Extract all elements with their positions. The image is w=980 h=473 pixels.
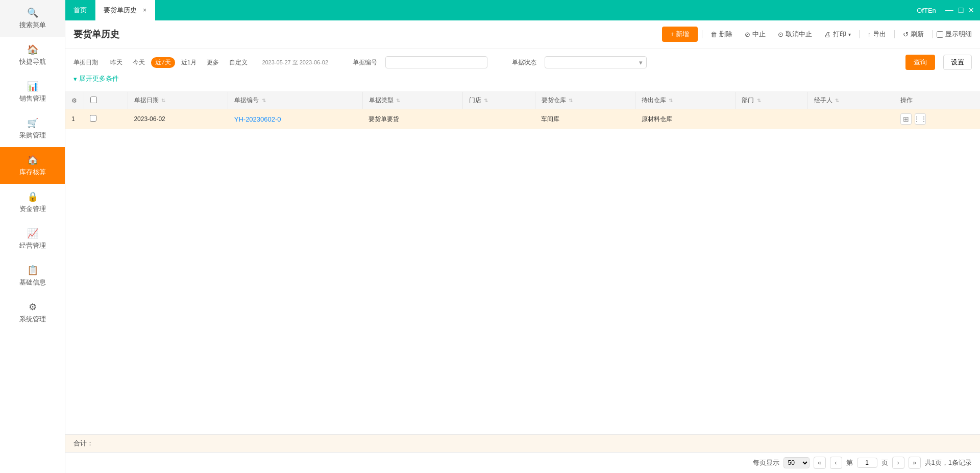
expand-conditions-btn[interactable]: ▾ 展开更多条件 (74, 74, 119, 83)
cell-number: YH-20230602-0 (228, 109, 362, 129)
sidebar: 🔍搜索菜单🏠快捷导航📊销售管理🛒采购管理🏠库存核算🔒资金管理📈经营管理📋基础信息… (0, 0, 65, 473)
sort-date-icon[interactable]: ⇅ (161, 98, 165, 103)
bill-status-select[interactable] (545, 56, 647, 68)
tab-close-requisition-history[interactable]: × (143, 7, 146, 14)
next-page-btn[interactable]: › (892, 457, 904, 469)
th-date: 单据日期 ⇅ (128, 92, 228, 109)
sort-store-icon[interactable]: ⇅ (484, 98, 488, 103)
content-area: 要货单历史 + 新增 🗑 删除 ⊘ 中止 ⊙ 取消中止 🖨 打 (65, 20, 980, 473)
sort-req-wh-icon[interactable]: ⇅ (569, 98, 573, 103)
cell-handler (808, 109, 894, 129)
more-date-btn[interactable]: 更多 (203, 57, 223, 68)
sort-handler-icon[interactable]: ⇅ (835, 98, 839, 103)
sales-icon: 📊 (27, 81, 38, 92)
sidebar-item-finance[interactable]: 🔒资金管理 (0, 184, 65, 221)
date-range-display: 2023-05-27 至 2023-06-02 (262, 59, 328, 66)
main-area: 首页要货单历史× OfTEn — □ × 要货单历史 + 新增 🗑 删除 ⊘ 中… (65, 0, 980, 473)
sidebar-label: 搜索菜单 (19, 20, 46, 30)
sort-type-icon[interactable]: ⇅ (396, 98, 400, 103)
sidebar-item-inventory[interactable]: 🏠库存核算 (0, 147, 65, 184)
cell-pending-warehouse: 原材料仓库 (635, 109, 736, 129)
first-page-btn[interactable]: « (814, 457, 826, 469)
tab-home[interactable]: 首页 (65, 0, 95, 20)
view-action-btn[interactable]: ⊞ (900, 113, 912, 125)
custom-date-btn[interactable]: 自定义 (225, 57, 252, 68)
sidebar-label: 采购管理 (19, 131, 46, 140)
toolbar-divider-3 (894, 30, 895, 38)
basic-icon: 📋 (27, 265, 38, 276)
tab-label: 要货单历史 (104, 6, 137, 15)
last-page-btn[interactable]: » (909, 457, 921, 469)
refresh-icon: ↺ (903, 31, 909, 38)
table-row: 1 2023-06-02 YH-20230602-0 要货单要货 车间库 原材料… (65, 109, 980, 129)
tab-requisition-history[interactable]: 要货单历史× (95, 0, 155, 20)
tab-label: 首页 (74, 6, 87, 15)
per-page-select[interactable]: 50 10 20 100 (783, 457, 810, 468)
total-info: 共1页，1条记录 (925, 458, 972, 467)
quick-nav-icon: 🏠 (27, 44, 38, 55)
page-input[interactable] (857, 458, 877, 468)
today-btn[interactable]: 今天 (129, 57, 149, 68)
cell-date: 2023-06-02 (128, 109, 228, 129)
sidebar-item-basic[interactable]: 📋基础信息 (0, 257, 65, 294)
footer-total: 合计： (65, 434, 980, 452)
refresh-button[interactable]: ↺ 刷新 (899, 28, 928, 41)
table-header: ⚙ 单据日期 ⇅ 单据编号 ⇅ 单据类型 ⇅ 门店 ⇅ 要货仓库 ⇅ 待出仓库 … (65, 92, 980, 109)
window-close-btn[interactable]: × (968, 5, 974, 16)
sidebar-item-operation[interactable]: 📈经营管理 (0, 221, 65, 257)
delete-button[interactable]: 🗑 删除 (706, 28, 737, 41)
export-icon: ↑ (868, 31, 871, 38)
sort-dept-icon[interactable]: ⇅ (757, 98, 761, 103)
sidebar-label: 销售管理 (19, 94, 46, 103)
export-button[interactable]: ↑ 导出 (864, 28, 891, 41)
toolbar-divider-2 (859, 30, 860, 38)
finance-icon: 🔒 (27, 191, 38, 202)
sidebar-item-purchase[interactable]: 🛒采购管理 (0, 110, 65, 147)
bill-number-input[interactable] (385, 56, 487, 68)
sidebar-label: 基础信息 (19, 278, 46, 287)
toolbar-divider-4 (932, 30, 933, 38)
cancel-suspend-button[interactable]: ⊙ 取消中止 (774, 28, 816, 41)
show-detail-checkbox[interactable] (937, 31, 943, 38)
print-button[interactable]: 🖨 打印 ▾ (820, 28, 855, 41)
page-label: 第 (846, 458, 853, 467)
filter-row-1: 单据日期 昨天 今天 近7天 近1月 更多 自定义 2023-05-27 至 2… (74, 55, 972, 70)
yesterday-btn[interactable]: 昨天 (106, 57, 127, 68)
minimize-btn[interactable]: — (945, 6, 953, 15)
sidebar-label: 库存核算 (19, 168, 46, 177)
page-suffix: 页 (881, 458, 888, 467)
select-all-checkbox[interactable] (90, 97, 97, 103)
recent7-btn[interactable]: 近7天 (151, 57, 175, 68)
filter-area: 单据日期 昨天 今天 近7天 近1月 更多 自定义 2023-05-27 至 2… (65, 49, 980, 92)
sidebar-item-sales[interactable]: 📊销售管理 (0, 74, 65, 110)
per-page-label: 每页显示 (753, 458, 779, 467)
date-shortcuts: 昨天 今天 近7天 近1月 更多 自定义 (106, 57, 252, 68)
more-action-btn[interactable]: ⋮⋮ (915, 113, 926, 125)
th-store: 门店 ⇅ (462, 92, 535, 109)
sort-number-icon[interactable]: ⇅ (262, 98, 266, 103)
sidebar-item-search[interactable]: 🔍搜索菜单 (0, 0, 65, 37)
cancel-suspend-icon: ⊙ (778, 31, 783, 38)
sidebar-item-quick-nav[interactable]: 🏠快捷导航 (0, 37, 65, 74)
sidebar-label: 快捷导航 (19, 57, 46, 66)
prev-page-btn[interactable]: ‹ (830, 457, 842, 469)
recent1month-btn[interactable]: 近1月 (177, 57, 201, 68)
show-detail-toggle[interactable]: 显示明细 (937, 30, 972, 39)
settings-button[interactable]: 设置 (943, 55, 972, 70)
new-button[interactable]: + 新增 (662, 27, 697, 42)
cell-store (462, 109, 535, 129)
action-icons: ⊞ ⋮⋮ (900, 113, 974, 125)
sort-pend-wh-icon[interactable]: ⇅ (669, 98, 673, 103)
row-checkbox-0[interactable] (90, 115, 96, 122)
date-filter-label: 单据日期 (74, 58, 98, 67)
maximize-btn[interactable]: □ (959, 6, 964, 15)
bill-number-link-0[interactable]: YH-20230602-0 (234, 115, 281, 123)
th-settings[interactable]: ⚙ (65, 92, 84, 109)
suspend-button[interactable]: ⊘ 中止 (741, 28, 770, 41)
query-button[interactable]: 查询 (905, 55, 935, 70)
bill-status-label: 单据状态 (512, 58, 536, 67)
th-type: 单据类型 ⇅ (362, 92, 462, 109)
inventory-icon: 🏠 (27, 154, 38, 165)
sidebar-item-system[interactable]: ⚙系统管理 (0, 294, 65, 331)
cell-checkbox (84, 109, 128, 129)
